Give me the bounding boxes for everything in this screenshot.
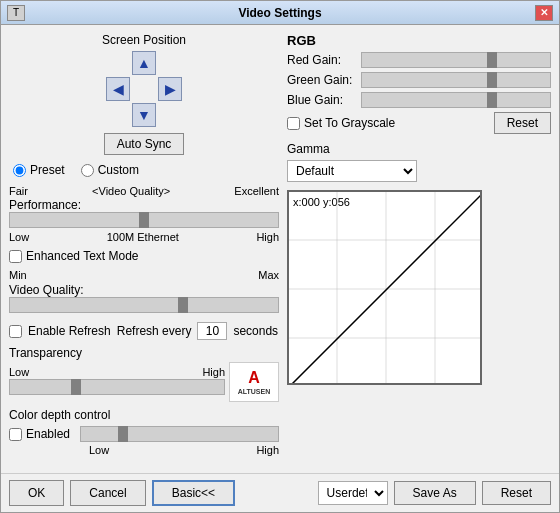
gamma-select[interactable]: Default: [287, 160, 417, 182]
refresh-every-label: Refresh every: [117, 324, 192, 338]
title-controls: ✕: [535, 5, 553, 21]
vq-label: Video Quality:: [9, 283, 84, 297]
close-button[interactable]: ✕: [535, 5, 553, 21]
vq-slider[interactable]: [9, 297, 279, 313]
trans-low: Low: [9, 366, 29, 378]
color-depth-section: Color depth control Enabled Low High: [9, 408, 279, 456]
depth-high: High: [256, 444, 279, 456]
window-title: Video Settings: [25, 6, 535, 20]
blue-gain-label: Blue Gain:: [287, 93, 357, 107]
enabled-row: Enabled: [9, 426, 279, 442]
perf-high: Excellent: [234, 185, 279, 197]
blue-gain-slider[interactable]: [361, 92, 551, 108]
right-panel: RGB Red Gain: Green Gain: Blue Gain: S: [287, 33, 551, 465]
t-button[interactable]: T: [7, 5, 25, 21]
arrow-up-button[interactable]: ▲: [132, 51, 156, 75]
network-center: 100M Ethernet: [107, 231, 179, 243]
arrow-right-button[interactable]: ▶: [158, 77, 182, 101]
bottom-left-buttons: OK Cancel Basic<<: [9, 480, 235, 506]
transparency-slider-container: Low High: [9, 366, 225, 398]
network-high: High: [256, 231, 279, 243]
network-labels: Low 100M Ethernet High: [9, 231, 279, 243]
red-gain-slider[interactable]: [361, 52, 551, 68]
refresh-interval-input[interactable]: [197, 322, 227, 340]
enable-refresh-label: Enable Refresh: [28, 324, 111, 338]
grayscale-text: Set To Grayscale: [304, 116, 395, 130]
gamma-chart-svg: [289, 192, 482, 385]
vq-min: Min: [9, 269, 27, 281]
enhanced-text-checkbox[interactable]: [9, 250, 22, 263]
empty-cell-bl: [106, 103, 130, 127]
content-area: Screen Position ▲ ◀ ▶ ▼ Auto Sync: [1, 25, 559, 473]
ok-button[interactable]: OK: [9, 480, 64, 506]
seconds-label: seconds: [233, 324, 278, 338]
bottom-bar: OK Cancel Basic<< Userdef Save As Reset: [1, 473, 559, 512]
custom-radio-label[interactable]: Custom: [81, 163, 139, 177]
enhanced-text-label: Enhanced Text Mode: [26, 249, 139, 263]
screen-position-section: Screen Position ▲ ◀ ▶ ▼: [9, 33, 279, 127]
transparency-section: Transparency Low High A ALTUSEN: [9, 346, 279, 402]
custom-radio[interactable]: [81, 164, 94, 177]
transparency-label: Transparency: [9, 346, 279, 360]
refresh-row: Enable Refresh Refresh every seconds: [9, 322, 279, 340]
save-as-button[interactable]: Save As: [394, 481, 476, 505]
arrow-grid: ▲ ◀ ▶ ▼: [106, 51, 182, 127]
gamma-section: Gamma Default: [287, 142, 551, 182]
enable-refresh-checkbox[interactable]: [9, 325, 22, 338]
color-depth-enabled-checkbox[interactable]: [9, 428, 22, 441]
preset-radio[interactable]: [13, 164, 26, 177]
userdef-select[interactable]: Userdef: [318, 481, 388, 505]
perf-labels: Fair <Video Quality> Excellent: [9, 185, 279, 197]
red-gain-label: Red Gain:: [287, 53, 357, 67]
empty-cell-mid: [132, 77, 156, 101]
screen-position-label: Screen Position: [102, 33, 186, 47]
vq-section: Min Max Video Quality:: [9, 269, 279, 316]
custom-label: Custom: [98, 163, 139, 177]
depth-labels: Low High: [9, 444, 279, 456]
blue-gain-row: Blue Gain:: [287, 92, 551, 108]
vq-max: Max: [258, 269, 279, 281]
grayscale-label[interactable]: Set To Grayscale: [287, 116, 395, 130]
aten-logo: A ALTUSEN: [229, 362, 279, 402]
performance-label: Performance:: [9, 198, 81, 212]
bottom-reset-button[interactable]: Reset: [482, 481, 551, 505]
basic-button[interactable]: Basic<<: [152, 480, 235, 506]
green-gain-row: Green Gain:: [287, 72, 551, 88]
color-depth-slider[interactable]: [80, 426, 279, 442]
rgb-section: RGB Red Gain: Green Gain: Blue Gain: S: [287, 33, 551, 134]
empty-cell-br: [158, 103, 182, 127]
red-gain-row: Red Gain:: [287, 52, 551, 68]
trans-labels: Low High: [9, 366, 225, 378]
performance-section: Fair <Video Quality> Excellent Performan…: [9, 185, 279, 243]
svg-line-6: [289, 192, 482, 385]
preset-custom-row: Preset Custom: [9, 163, 279, 177]
perf-label-row: Performance:: [9, 198, 279, 212]
enabled-label: Enabled: [26, 427, 70, 441]
video-settings-window: T Video Settings ✕ Screen Position ▲ ◀ ▶…: [0, 0, 560, 513]
trans-high: High: [202, 366, 225, 378]
color-depth-title: Color depth control: [9, 408, 279, 422]
title-bar: T Video Settings ✕: [1, 1, 559, 25]
arrow-left-button[interactable]: ◀: [106, 77, 130, 101]
grayscale-reset-row: Set To Grayscale Reset: [287, 112, 551, 134]
rgb-title: RGB: [287, 33, 551, 48]
gamma-title: Gamma: [287, 142, 551, 156]
grayscale-checkbox[interactable]: [287, 117, 300, 130]
left-panel: Screen Position ▲ ◀ ▶ ▼ Auto Sync: [9, 33, 279, 465]
cancel-button[interactable]: Cancel: [70, 480, 145, 506]
perf-low: Fair: [9, 185, 28, 197]
preset-radio-label[interactable]: Preset: [13, 163, 65, 177]
auto-sync-button[interactable]: Auto Sync: [104, 133, 185, 155]
network-low: Low: [9, 231, 29, 243]
green-gain-label: Green Gain:: [287, 73, 357, 87]
aten-text: ALTUSEN: [238, 388, 271, 395]
empty-cell-tr: [158, 51, 182, 75]
gamma-chart: x:000 y:056: [287, 190, 482, 385]
performance-slider[interactable]: [9, 212, 279, 228]
rgb-reset-button[interactable]: Reset: [494, 112, 551, 134]
bottom-right-controls: Userdef Save As Reset: [318, 481, 551, 505]
arrow-down-button[interactable]: ▼: [132, 103, 156, 127]
green-gain-slider[interactable]: [361, 72, 551, 88]
transparency-slider[interactable]: [9, 379, 225, 395]
enhanced-text-row: Enhanced Text Mode: [9, 249, 279, 263]
